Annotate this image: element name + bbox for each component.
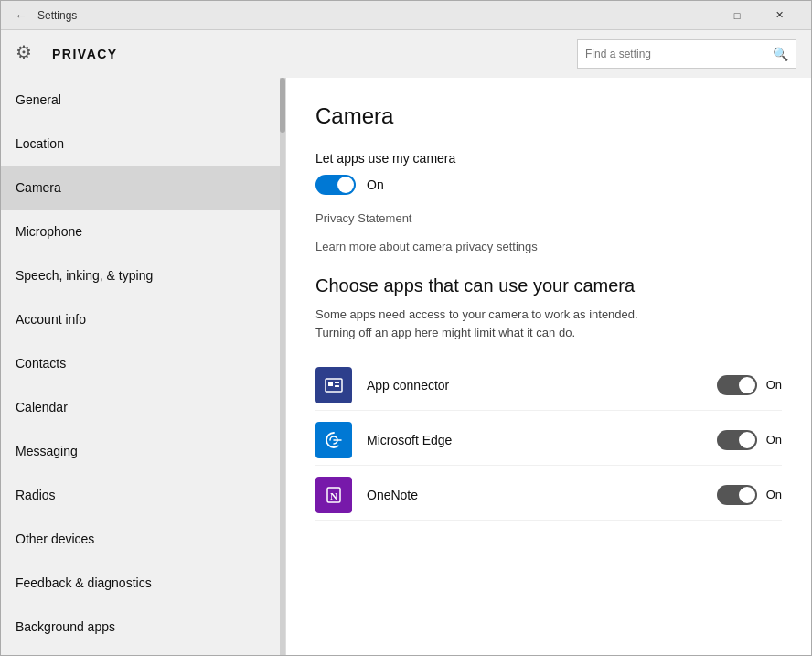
privacy-statement-link[interactable]: Privacy Statement xyxy=(315,211,782,225)
allow-toggle-row: On xyxy=(315,175,782,195)
choose-section-title: Choose apps that can use your camera xyxy=(315,275,782,296)
onenote-toggle[interactable] xyxy=(717,485,757,505)
app-connector-toggle-label: On xyxy=(766,378,782,392)
title-bar: ← Settings ─ □ ✕ xyxy=(1,1,811,30)
sidebar: General Location Camera Microphone Speec… xyxy=(1,78,286,655)
onenote-icon: N xyxy=(315,477,352,513)
maximize-button[interactable]: □ xyxy=(716,1,758,30)
microsoft-edge-name: Microsoft Edge xyxy=(367,433,717,447)
choose-description: Some apps need access to your camera to … xyxy=(315,306,782,341)
learn-more-link[interactable]: Learn more about camera privacy settings xyxy=(315,240,782,253)
search-input[interactable] xyxy=(585,48,773,60)
page-title: Camera xyxy=(315,103,782,129)
svg-text:N: N xyxy=(330,490,337,501)
sidebar-item-calendar[interactable]: Calendar xyxy=(1,385,285,429)
allow-camera-toggle[interactable] xyxy=(315,175,356,195)
window-controls: ─ □ ✕ xyxy=(674,1,800,30)
microsoft-edge-toggle-label: On xyxy=(766,433,782,446)
app-connector-icon xyxy=(315,367,352,403)
sidebar-item-location[interactable]: Location xyxy=(1,122,285,166)
app-list: App connector On Micro xyxy=(315,360,782,521)
microsoft-edge-toggle[interactable] xyxy=(717,430,757,450)
content-area: General Location Camera Microphone Speec… xyxy=(1,78,811,655)
sidebar-item-radios[interactable]: Radios xyxy=(1,473,285,517)
allow-toggle-label: On xyxy=(367,177,384,192)
sidebar-item-camera[interactable]: Camera xyxy=(1,166,285,210)
back-button[interactable]: ← xyxy=(12,6,30,25)
header-row: ⚙ PRIVACY 🔍 xyxy=(1,30,811,78)
privacy-icon: ⚙ xyxy=(16,41,41,67)
svg-rect-3 xyxy=(335,385,339,387)
onenote-toggle-label: On xyxy=(766,488,782,501)
close-button[interactable]: ✕ xyxy=(758,1,800,30)
sidebar-item-messaging[interactable]: Messaging xyxy=(1,429,285,473)
sidebar-item-account-info[interactable]: Account info xyxy=(1,297,285,341)
title-bar-left: ← Settings xyxy=(12,6,674,25)
svg-rect-2 xyxy=(335,382,339,383)
sidebar-item-general[interactable]: General xyxy=(1,78,285,122)
onenote-name: OneNote xyxy=(367,488,717,502)
window: ← Settings ─ □ ✕ ⚙ PRIVACY 🔍 General Loc… xyxy=(0,0,812,656)
search-icon: 🔍 xyxy=(773,47,788,61)
app-connector-toggle-row: On xyxy=(717,375,782,395)
onenote-toggle-row: On xyxy=(717,485,782,505)
app-row-microsoft-edge: Microsoft Edge On xyxy=(315,414,782,466)
scrollbar[interactable] xyxy=(280,78,285,655)
window-title: Settings xyxy=(37,9,77,22)
svg-rect-1 xyxy=(328,382,333,386)
minimize-button[interactable]: ─ xyxy=(674,1,716,30)
svg-rect-0 xyxy=(326,379,342,392)
app-connector-toggle[interactable] xyxy=(717,375,757,395)
sidebar-item-contacts[interactable]: Contacts xyxy=(1,341,285,385)
privacy-label: PRIVACY xyxy=(52,47,118,61)
allow-label: Let apps use my camera xyxy=(315,151,782,166)
sidebar-item-background-apps[interactable]: Background apps xyxy=(1,605,285,649)
search-box[interactable]: 🔍 xyxy=(577,39,796,69)
sidebar-item-microphone[interactable]: Microphone xyxy=(1,210,285,253)
app-connector-name: App connector xyxy=(367,378,717,393)
sidebar-item-feedback[interactable]: Feedback & diagnostics xyxy=(1,561,285,605)
main-content: Camera Let apps use my camera On Privacy… xyxy=(286,78,811,655)
microsoft-edge-toggle-row: On xyxy=(717,430,782,450)
app-row-onenote: N OneNote On xyxy=(315,469,782,521)
microsoft-edge-icon xyxy=(315,422,352,458)
sidebar-item-speech[interactable]: Speech, inking, & typing xyxy=(1,253,285,297)
app-row-app-connector: App connector On xyxy=(315,360,782,411)
scrollbar-thumb[interactable] xyxy=(280,78,285,133)
sidebar-item-other-devices[interactable]: Other devices xyxy=(1,517,285,561)
